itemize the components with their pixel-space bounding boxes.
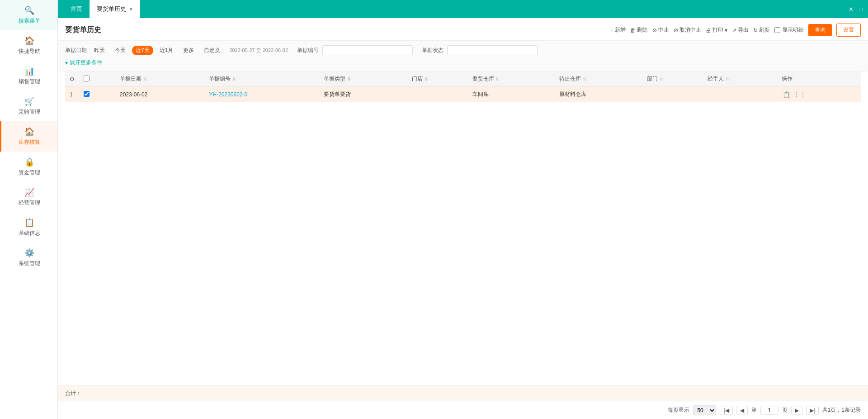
- date-tab-yesterday[interactable]: 昨天: [90, 46, 108, 55]
- row-dept: [642, 87, 703, 102]
- sort-icon-doc-num[interactable]: ⇅: [232, 76, 236, 81]
- sidebar-item-purchase-mgmt[interactable]: 🛒 采购管理: [0, 91, 57, 121]
- refresh-button[interactable]: ↻ 刷新: [753, 26, 770, 34]
- col-dept: 部门 ⇅: [642, 71, 703, 87]
- data-table: ⚙ 单据日期 ⇅ 单据编号 ⇅ 单据类型 ⇅: [65, 71, 861, 102]
- topbar: 首页 要货单历史 ✕ ✕ □: [58, 0, 868, 18]
- delete-button[interactable]: 🗑 删除: [630, 26, 648, 34]
- col-req-warehouse: 要货仓库 ⇅: [468, 71, 555, 87]
- expand-more-btn[interactable]: ▾ 展开更多条件: [65, 59, 861, 67]
- sidebar-item-search-menu[interactable]: 🔍 搜索菜单: [0, 0, 57, 30]
- ops-icon: 📈: [24, 187, 34, 197]
- tab-requisition-history[interactable]: 要货单历史 ✕: [90, 0, 140, 18]
- search-menu-icon: 🔍: [24, 5, 34, 15]
- select-all-checkbox[interactable]: [84, 76, 90, 81]
- doc-num-input[interactable]: [322, 45, 413, 55]
- cancel-stop-button[interactable]: ⊘ 取消中止: [674, 26, 701, 34]
- add-button[interactable]: + 新增: [610, 26, 626, 34]
- first-page-btn[interactable]: |◀: [720, 406, 732, 415]
- sidebar-item-quick-nav[interactable]: 🏠 快捷导航: [0, 30, 57, 61]
- date-tab-last7days[interactable]: 近7天: [132, 46, 153, 55]
- sidebar-item-sys-mgmt[interactable]: ⚙️ 系统管理: [0, 243, 57, 273]
- row-select-checkbox[interactable]: [84, 91, 90, 97]
- table-row[interactable]: 1 2023-06-02 YH-20230602-0 要货单要货 车间库 原材料…: [65, 87, 861, 102]
- row-num: 1: [65, 87, 79, 102]
- col-doc-num: 单据编号 ⇅: [204, 71, 319, 87]
- row-more-icon[interactable]: ⋮⋮: [793, 91, 806, 98]
- status-select[interactable]: [447, 45, 538, 55]
- date-tab-custom[interactable]: 自定义: [200, 46, 224, 55]
- finance-icon: 🔒: [24, 157, 34, 167]
- summary-label: 合计：: [65, 390, 81, 397]
- row-shop: [407, 87, 468, 102]
- delete-icon: 🗑: [630, 27, 636, 33]
- purchase-icon: 🛒: [24, 96, 34, 106]
- status-label: 单据状态: [422, 47, 443, 54]
- row-ops: 📋 ⋮⋮: [777, 87, 861, 102]
- date-tab-more[interactable]: 更多: [179, 46, 198, 55]
- date-tab-last-month[interactable]: 近1月: [156, 46, 177, 55]
- maximize-btn[interactable]: □: [859, 6, 863, 13]
- sort-icon-shop[interactable]: ⇅: [424, 76, 428, 81]
- display-mode-checkbox[interactable]: [774, 27, 780, 33]
- setting-button[interactable]: 设置: [836, 24, 861, 37]
- base-info-icon: 📋: [24, 218, 34, 228]
- topbar-right-actions: ✕ □: [849, 6, 863, 13]
- header-row: ⚙ 单据日期 ⇅ 单据编号 ⇅ 单据类型 ⇅: [65, 71, 861, 87]
- col-settings[interactable]: ⚙: [65, 71, 79, 87]
- row-handler: [703, 87, 777, 102]
- sort-icon-req-warehouse[interactable]: ⇅: [495, 76, 499, 81]
- next-page-btn[interactable]: ▶: [791, 406, 802, 415]
- sidebar-item-label: 资金管理: [19, 169, 40, 176]
- sidebar-item-finance-mgmt[interactable]: 🔒 资金管理: [0, 152, 57, 182]
- col-pending-warehouse: 待出仓库 ⇅: [555, 71, 642, 87]
- row-edit-icon[interactable]: 📋: [783, 91, 790, 98]
- row-pending-warehouse: 原材料仓库: [555, 87, 642, 102]
- total-info: 共1页，1条记录: [822, 406, 861, 414]
- sidebar-item-label: 销售管理: [19, 78, 40, 86]
- doc-num-link[interactable]: YH-20230602-0: [209, 91, 247, 98]
- last-page-btn[interactable]: ▶|: [806, 406, 819, 415]
- table-area: ⚙ 单据日期 ⇅ 单据编号 ⇅ 单据类型 ⇅: [58, 71, 868, 386]
- close-window-btn[interactable]: ✕: [849, 6, 854, 13]
- sales-icon: 📊: [24, 66, 34, 76]
- row-req-warehouse: 车间库: [468, 87, 555, 102]
- sort-icon-doc-date[interactable]: ⇅: [143, 76, 146, 81]
- sort-icon-handler[interactable]: ⇅: [726, 76, 729, 81]
- print-button[interactable]: 🖨 打印 ▾: [706, 26, 727, 34]
- page-header: 要货单历史 + 新增 🗑 删除 ⊘ 中止 ⊘ 取消中止: [58, 18, 868, 41]
- sidebar-item-ops-mgmt[interactable]: 📈 经营管理: [0, 182, 57, 212]
- col-checkbox: [79, 71, 115, 87]
- refresh-icon: ↻: [753, 27, 758, 33]
- filter-row-1: 单据日期 昨天 今天 近7天 近1月 更多 自定义 2023-05-27 至 2…: [65, 45, 861, 55]
- stop-button[interactable]: ⊘ 中止: [652, 26, 669, 34]
- col-handler: 经手人 ⇅: [703, 71, 777, 87]
- footer-summary: 合计：: [58, 386, 868, 401]
- table-header: ⚙ 单据日期 ⇅ 单据编号 ⇅ 单据类型 ⇅: [65, 71, 861, 87]
- sidebar-item-sales-mgmt[interactable]: 📊 销售管理: [0, 61, 57, 91]
- sort-icon-doc-type[interactable]: ⇅: [347, 76, 351, 81]
- display-mode-toggle[interactable]: 显示明细: [774, 26, 804, 34]
- tab-close-icon[interactable]: ✕: [129, 6, 133, 12]
- sidebar-item-label: 库存核算: [19, 138, 40, 146]
- pagination: 每页显示 50 100 |◀ ◀ 第 页 ▶ ▶| 共1页，1条记录: [58, 401, 868, 419]
- export-button[interactable]: ↗ 导出: [732, 26, 749, 34]
- status-filter: 单据状态: [422, 45, 538, 55]
- print-dropdown-icon: ▾: [725, 27, 727, 33]
- page-size-select[interactable]: 50 100: [693, 405, 716, 415]
- page-input[interactable]: [760, 406, 778, 415]
- row-doc-type: 要货单要货: [319, 87, 407, 102]
- date-tab-today[interactable]: 今天: [111, 46, 129, 55]
- sort-icon-pending-warehouse[interactable]: ⇅: [583, 76, 586, 81]
- sort-icon-dept[interactable]: ⇅: [660, 76, 663, 81]
- doc-num-label: 单据编号: [297, 47, 319, 54]
- row-doc-num: YH-20230602-0: [204, 87, 319, 102]
- sidebar-item-inventory[interactable]: 🏠 库存核算: [0, 121, 57, 152]
- tab-home[interactable]: 首页: [63, 0, 90, 18]
- row-checkbox: [79, 87, 115, 102]
- col-doc-date: 单据日期 ⇅: [115, 71, 204, 87]
- prev-page-btn[interactable]: ◀: [736, 406, 748, 415]
- query-button[interactable]: 查询: [808, 24, 832, 36]
- sidebar-item-label: 经营管理: [19, 199, 40, 207]
- sidebar-item-base-info[interactable]: 📋 基础信息: [0, 212, 57, 243]
